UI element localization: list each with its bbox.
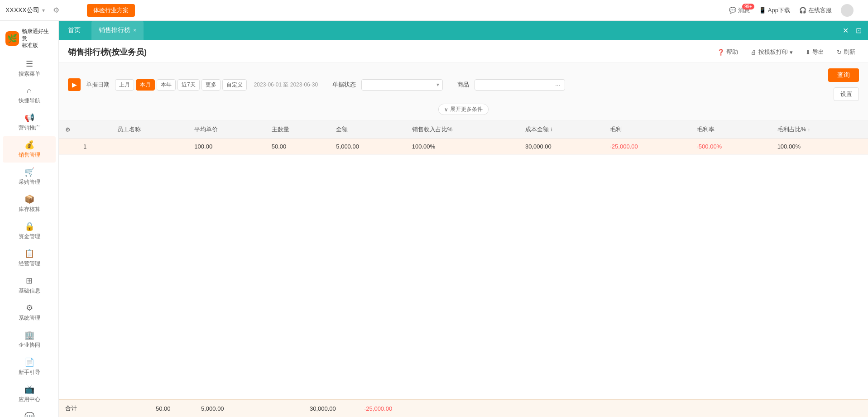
avatar[interactable] — [841, 4, 854, 17]
settings-gear-icon[interactable]: ⚙ — [53, 6, 59, 14]
sidebar-item-enterprise-wechat[interactable]: 💬 企业微信 — [3, 408, 56, 417]
col-settings: ⚙ — [59, 121, 77, 139]
expand-label: 展开更多条件 — [450, 105, 483, 113]
date-current-year-btn[interactable]: 本年 — [157, 79, 176, 91]
marketing-icon: 📢 — [24, 113, 34, 123]
sidebar-label-enterprise-collab: 企业协同 — [19, 341, 40, 349]
headset-icon: 🎧 — [799, 7, 806, 14]
top-bar-right: 💬 消息 99+ 📱 App下载 🎧 在线客服 — [729, 4, 863, 17]
sidebar-item-enterprise-collab[interactable]: 🏢 企业协同 — [3, 326, 56, 353]
filter-collapse-btn[interactable]: ▶ — [68, 78, 81, 91]
online-service-button[interactable]: 🎧 在线客服 — [799, 6, 832, 14]
sidebar-label-finance: 资金管理 — [19, 233, 40, 240]
sidebar-label-search-order: 搜索菜单 — [19, 70, 40, 78]
date-custom-btn[interactable]: 自定义 — [222, 79, 247, 91]
footer-amount: 5,000.00 — [201, 405, 255, 412]
col-avg-price: 平均单价 — [188, 121, 265, 139]
help-button[interactable]: ❓ 帮助 — [714, 46, 742, 58]
sidebar-item-finance[interactable]: 🔒 资金管理 — [3, 218, 56, 244]
sidebar-item-inventory[interactable]: 📦 库存核算 — [3, 191, 56, 217]
print-dropdown-icon: ▾ — [790, 49, 793, 56]
enterprise-collab-icon: 🏢 — [24, 330, 34, 340]
sidebar-item-purchase[interactable]: 🛒 采购管理 — [3, 163, 56, 190]
print-label: 按模板打印 — [758, 48, 788, 56]
tab-bar: 首页 销售排行榜 × ✕ ⊡ — [59, 21, 868, 40]
tab-close-icon[interactable]: × — [133, 27, 136, 34]
sidebar-item-operations[interactable]: 📋 经营管理 — [3, 245, 56, 271]
logo-text: 畅康通好生意 标准版 — [22, 28, 53, 49]
query-button[interactable]: 查询 — [828, 68, 859, 82]
sidebar-item-basic-info[interactable]: ⊞ 基础信息 — [3, 272, 56, 298]
main-layout: 🌿 畅康通好生意 标准版 ☰ 搜索菜单 ⌂ 快捷导航 📢 营销推广 💰 销售管理… — [0, 21, 868, 417]
app-download-button[interactable]: 📱 App下载 — [759, 6, 790, 14]
inventory-icon: 📦 — [24, 194, 34, 204]
table-area: ⚙ 员工名称 平均单价 主数量 全额 销售收入占比% 成本全额 ℹ 毛利 毛 — [59, 121, 868, 399]
footer-profit: -25,000.00 — [364, 405, 418, 412]
status-select[interactable] — [361, 79, 443, 91]
date-last-month-btn[interactable]: 上月 — [115, 79, 134, 91]
page-content: 销售排行榜(按业务员) ❓ 帮助 🖨 按模板打印 ▾ ⬇ — [59, 40, 868, 417]
footer-cost: 30,000.00 — [310, 405, 364, 412]
goods-filter-label: 商品 — [457, 81, 469, 89]
sales-icon: 💰 — [24, 140, 34, 150]
sidebar-item-sales[interactable]: 💰 销售管理 — [3, 136, 56, 163]
refresh-button[interactable]: ↻ 刷新 — [833, 46, 859, 58]
goods-filter-input[interactable]: ··· — [475, 79, 565, 91]
col-profit: 毛利 — [604, 121, 691, 139]
window-restore-icon[interactable]: ⊡ — [854, 24, 863, 37]
footer-quantity: 50.00 — [156, 405, 201, 412]
help-label: 帮助 — [726, 48, 738, 56]
operations-icon: 📋 — [24, 249, 34, 259]
company-selector[interactable]: XXXXX公司 ▾ ⚙ — [5, 6, 87, 14]
message-button[interactable]: 💬 消息 99+ — [729, 6, 750, 14]
search-order-icon: ☰ — [26, 59, 33, 69]
col-rank — [77, 121, 111, 139]
date-7days-btn[interactable]: 近7天 — [177, 79, 200, 91]
row-profit-pct: 100.00% — [771, 139, 868, 155]
col-settings-icon[interactable]: ⚙ — [65, 126, 71, 133]
date-range-display: 2023-06-01 至 2023-06-30 — [254, 81, 318, 89]
message-icon: 💬 — [729, 7, 736, 14]
date-buttons: 上月 本月 本年 近7天 更多 自定义 — [115, 79, 247, 91]
sidebar-logo: 🌿 畅康通好生意 标准版 — [0, 24, 58, 55]
row-settings-cell — [59, 139, 77, 155]
settings-button[interactable]: 设置 — [834, 87, 859, 101]
system-icon: ⚙ — [26, 303, 33, 313]
row-margin: -500.00% — [691, 139, 771, 155]
footer-label: 合计 — [65, 404, 156, 412]
date-more-btn[interactable]: 更多 — [201, 79, 221, 91]
tab-label-sales-ranking: 销售排行榜 — [99, 26, 130, 34]
sidebar-label-inventory: 库存核算 — [19, 206, 40, 213]
row-profit: -25,000.00 — [604, 139, 691, 155]
col-sales-pct: 销售收入占比% — [406, 121, 519, 139]
window-close-icon[interactable]: ✕ — [841, 24, 850, 37]
sidebar-item-search-order[interactable]: ☰ 搜索菜单 — [3, 55, 56, 81]
sidebar-label-marketing: 营销推广 — [19, 124, 40, 132]
goods-more-icon[interactable]: ··· — [555, 81, 560, 88]
table-row: 1 100.00 50.00 5,000.00 100.00% 30,000.0… — [59, 139, 868, 155]
sidebar-item-quick-nav[interactable]: ⌂ 快捷导航 — [3, 82, 56, 108]
export-icon: ⬇ — [806, 49, 810, 56]
sidebar-item-new-guide[interactable]: 📄 新手引导 — [3, 354, 56, 380]
page-header-actions: ❓ 帮助 🖨 按模板打印 ▾ ⬇ 导出 ↻ — [714, 46, 859, 58]
col-amount: 全额 — [330, 121, 405, 139]
expand-conditions-btn[interactable]: ∨ 展开更多条件 — [438, 104, 489, 115]
row-quantity: 50.00 — [265, 139, 330, 155]
app-download-label: App下载 — [768, 6, 790, 14]
tab-sales-ranking[interactable]: 销售排行榜 × — [91, 21, 144, 40]
sidebar-item-app-center[interactable]: 📺 应用中心 — [3, 381, 56, 407]
sidebar-label-sales: 销售管理 — [19, 151, 40, 159]
sidebar-item-marketing[interactable]: 📢 营销推广 — [3, 109, 56, 135]
tab-home[interactable]: 首页 — [59, 21, 90, 40]
print-button[interactable]: 🖨 按模板打印 ▾ — [747, 46, 796, 58]
table-footer: 合计 50.00 5,000.00 30,000.00 -25,000.00 — [59, 399, 868, 417]
date-current-month-btn[interactable]: 本月 — [136, 79, 155, 91]
trial-button[interactable]: 体验行业方案 — [87, 4, 135, 17]
sidebar-item-system[interactable]: ⚙ 系统管理 — [3, 299, 56, 326]
company-name: XXXXX公司 — [5, 6, 39, 14]
page-header: 销售排行榜(按业务员) ❓ 帮助 🖨 按模板打印 ▾ ⬇ — [59, 40, 868, 63]
row-name — [111, 139, 188, 155]
online-service-label: 在线客服 — [808, 6, 832, 14]
export-button[interactable]: ⬇ 导出 — [802, 46, 828, 58]
col-cost: 成本全额 ℹ — [519, 121, 604, 139]
